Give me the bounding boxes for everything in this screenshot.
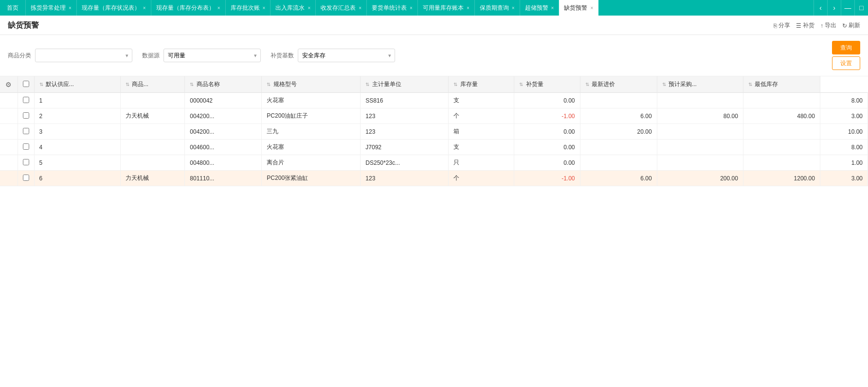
- filter-datasource-select[interactable]: 可用量: [163, 49, 261, 62]
- row-estimated: [743, 93, 820, 108]
- row-stock: -1.00: [514, 171, 580, 186]
- row-checkbox-2[interactable]: [23, 128, 29, 134]
- tab-10[interactable]: 超储预警 ×: [520, 0, 560, 16]
- row-min-stock: 3.00: [820, 108, 868, 124]
- row-stock: 0.00: [514, 124, 580, 140]
- row-code: 004200...: [185, 124, 262, 140]
- tab-3[interactable]: 现存量（库存分布表） ×: [151, 0, 226, 16]
- col-spec[interactable]: ⇅ 规格型号: [262, 76, 361, 93]
- sort-icon-name: ⇅: [190, 82, 194, 87]
- row-latest-price: [657, 155, 743, 171]
- query-button[interactable]: 查询: [832, 41, 860, 54]
- tab-11-close[interactable]: ×: [590, 5, 593, 11]
- row-name: 三九: [262, 124, 361, 140]
- row-spec: DS250*23c...: [361, 155, 449, 171]
- tab-2[interactable]: 现存量（库存状况表） ×: [77, 0, 151, 16]
- refresh-button[interactable]: ↻ 刷新: [842, 21, 860, 30]
- filter-base-wrapper: 安全库存: [298, 49, 395, 62]
- col-gear[interactable]: ⚙: [0, 76, 18, 93]
- row-num: 1: [34, 93, 120, 108]
- col-name[interactable]: ⇅ 商品名称: [185, 76, 262, 93]
- col-restock[interactable]: ⇅ 补货量: [514, 76, 580, 93]
- share-button[interactable]: ⎘ 分享: [774, 21, 790, 30]
- tab-home-label: 首页: [7, 4, 18, 12]
- filter-category-select[interactable]: [35, 49, 132, 62]
- col-min-stock[interactable]: ⇅ 最低库存: [743, 76, 820, 93]
- row-restock: 6.00: [580, 108, 657, 124]
- tab-11[interactable]: 缺货预警 ×: [559, 0, 598, 16]
- settings-button[interactable]: 设置: [832, 56, 860, 70]
- row-checkbox-0[interactable]: [23, 97, 29, 103]
- tab-3-close[interactable]: ×: [217, 5, 220, 11]
- row-code: 004200...: [185, 108, 262, 124]
- table-wrapper: ⚙ ⇅ 默认供应... ⇅ 商品... ⇅ 商品名称: [0, 76, 868, 186]
- restock-button[interactable]: ☰ 补货: [796, 21, 814, 30]
- row-latest-price: [657, 124, 743, 140]
- filter-group-base: 补货基数 安全库存: [271, 49, 395, 62]
- tab-4-close[interactable]: ×: [263, 5, 266, 11]
- col-code-label: 商品...: [132, 81, 148, 88]
- row-supplier: [120, 140, 184, 155]
- tab-7[interactable]: 要货单统计表 ×: [367, 0, 418, 16]
- col-unit[interactable]: ⇅ 主计量单位: [361, 76, 449, 93]
- col-spec-label: 规格型号: [273, 81, 297, 88]
- restock-label: 补货: [803, 21, 814, 30]
- row-restock: [580, 155, 657, 171]
- sort-icon-spec: ⇅: [267, 82, 271, 87]
- row-checkbox-1[interactable]: [23, 112, 29, 119]
- tab-2-close[interactable]: ×: [143, 5, 146, 11]
- row-check: [18, 140, 34, 155]
- col-stock[interactable]: ⇅ 库存量: [449, 76, 514, 93]
- row-min-stock: 8.00: [820, 93, 868, 108]
- tab-6[interactable]: 收发存汇总表 ×: [316, 0, 367, 16]
- row-code: 004600...: [185, 140, 262, 155]
- tab-4[interactable]: 库存批次账 ×: [226, 0, 271, 16]
- refresh-label: 刷新: [849, 21, 860, 30]
- nav-maximize-btn[interactable]: □: [854, 0, 868, 16]
- tab-10-close[interactable]: ×: [551, 5, 554, 11]
- tab-9[interactable]: 保质期查询 ×: [475, 0, 520, 16]
- tab-home[interactable]: 首页: [0, 0, 26, 16]
- sort-icon-minstock: ⇅: [748, 82, 752, 87]
- share-label: 分享: [778, 21, 790, 30]
- tab-5[interactable]: 出入库流水 ×: [271, 0, 316, 16]
- select-all-checkbox[interactable]: [23, 81, 29, 87]
- tab-8[interactable]: 可用量库存账本 ×: [418, 0, 475, 16]
- filter-group-datasource: 数据源 可用量: [142, 49, 261, 62]
- col-latest-price[interactable]: ⇅ 最新进价: [580, 76, 657, 93]
- nav-next-btn[interactable]: ›: [827, 0, 841, 16]
- row-num: 6: [34, 171, 120, 186]
- row-spec: 123: [361, 171, 449, 186]
- tab-9-close[interactable]: ×: [512, 5, 515, 11]
- tab-8-close[interactable]: ×: [467, 5, 470, 11]
- col-estimated[interactable]: ⇅ 预计采购...: [657, 76, 743, 93]
- filter-actions: 查询 设置: [832, 41, 860, 70]
- row-checkbox-5[interactable]: [23, 175, 29, 181]
- row-name: 离合片: [262, 155, 361, 171]
- row-check: [18, 108, 34, 124]
- tab-1-close[interactable]: ×: [69, 5, 72, 11]
- tab-1-label: 拣货异常处理: [31, 4, 66, 12]
- nav-prev-btn[interactable]: ‹: [814, 0, 827, 16]
- sort-icon: ⇅: [39, 82, 43, 87]
- tab-10-label: 超储预警: [525, 4, 548, 12]
- tab-6-close[interactable]: ×: [359, 5, 362, 11]
- row-checkbox-3[interactable]: [23, 143, 29, 150]
- col-supplier[interactable]: ⇅ 默认供应...: [34, 76, 120, 93]
- settings-icon[interactable]: ⚙: [5, 81, 12, 88]
- tab-5-close[interactable]: ×: [307, 5, 310, 11]
- row-check: [18, 93, 34, 108]
- nav-minimize-btn[interactable]: —: [841, 0, 854, 16]
- export-button[interactable]: ↑ 导出: [820, 21, 836, 30]
- row-gear: [0, 124, 18, 140]
- row-name: PC200张紧油缸: [262, 171, 361, 186]
- row-checkbox-4[interactable]: [23, 159, 29, 165]
- row-latest-price: [657, 140, 743, 155]
- row-check: [18, 171, 34, 186]
- filter-row: 商品分类 数据源 可用量 补货基数 安全库存 查询: [0, 35, 868, 76]
- tab-1[interactable]: 拣货异常处理 ×: [26, 0, 77, 16]
- filter-category-wrapper: [35, 49, 132, 62]
- col-code[interactable]: ⇅ 商品...: [120, 76, 184, 93]
- tab-7-close[interactable]: ×: [410, 5, 413, 11]
- filter-base-select[interactable]: 安全库存: [298, 49, 395, 62]
